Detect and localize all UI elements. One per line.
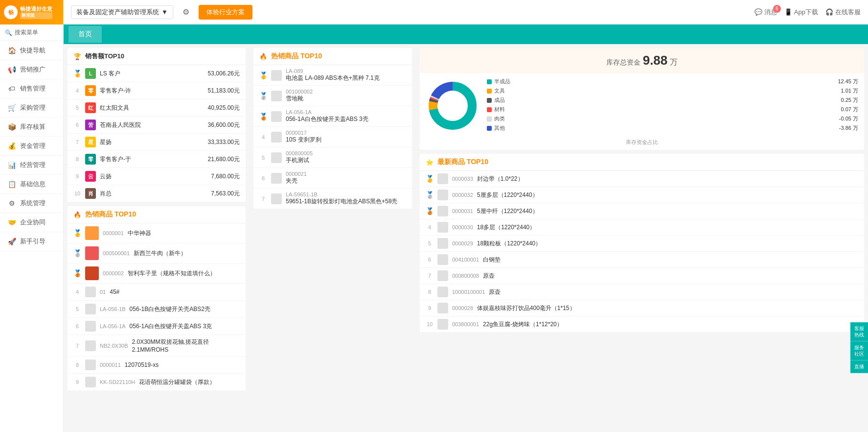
product-img-5 (85, 304, 96, 314)
online-service-button[interactable]: 🎧 在线客服 (825, 8, 861, 17)
customer-name-2: 零售客户-许 (100, 87, 204, 95)
mid-product-5: 5 000800005 手机测试 (253, 147, 412, 168)
inventory-title: 库存总资金 (606, 58, 640, 67)
sidebar-item-inventory[interactable]: 📦 库存核算 (0, 118, 63, 137)
messages-button[interactable]: 💬 消息 6 (754, 8, 777, 17)
new-product-img-4 (437, 222, 448, 233)
rank-num-6: 8 (73, 156, 81, 162)
tag-icon: 🏷 (7, 85, 16, 93)
search-icon: 🔍 (5, 29, 12, 36)
inventory-panel: 库存总资金 9.88 万 (420, 48, 864, 150)
customer-hotline-button[interactable]: 客服热线 (850, 322, 868, 341)
sidebar-item-guide[interactable]: 🚀 新手引导 (0, 232, 63, 251)
new-product-9: 9 0000028 体娱嘉枝味苏打饮品400毫升（1*15） (420, 300, 864, 316)
hot-products-middle-header: 🔥 热销商品 TOP10 (253, 48, 412, 65)
hot-products-left-title: 热销商品 TOP10 (85, 210, 136, 219)
sidebar-item-purchase[interactable]: 🛒 采购管理 (0, 98, 63, 118)
new-product-img-6 (437, 254, 448, 265)
product-code-1: 0000001 (103, 230, 124, 236)
sidebar-item-sales[interactable]: 🏷 销售管理 (0, 79, 63, 98)
donut-chart (426, 79, 480, 133)
customer-amount-8: 7,563.00元 (211, 190, 240, 198)
rank-num-4: 6 (73, 122, 81, 128)
customer-row-2: 4 零 零售客户-许 51,183.00元 (68, 82, 246, 99)
home-icon: 🏠 (7, 47, 16, 54)
mid-medal-bronze: 🥉 (259, 113, 267, 120)
new-product-img-5 (437, 238, 448, 249)
mid-medal-gold: 🥇 (259, 72, 267, 79)
service-community-button[interactable]: 服务社区 (850, 341, 868, 360)
hot-product-left-6: 6 LA-056-1A 056-1A白色按键开关盖ABS 3克 (68, 318, 246, 335)
rocket-icon: 🚀 (7, 238, 16, 245)
content-wrapper: 🏆 销售额TOP10 🥇 L LS 客户 53,006.26元 4 零 零售客户… (64, 44, 868, 432)
product-name-9: 花语萌恒温分罐罐袋（厚款） (139, 378, 240, 386)
customer-badge-3: 红 (85, 102, 96, 113)
customer-badge-8: 肖 (85, 188, 96, 199)
new-product-1: 🥇 0000033 封边带（1.0*22） (420, 171, 864, 187)
live-stream-button[interactable]: 直播 (850, 360, 868, 373)
customer-row-3: 5 红 红太阳文具 40,925.00元 (68, 99, 246, 117)
tab-home[interactable]: 首页 (69, 26, 102, 43)
legend-val-4: 0.07 万 (841, 106, 858, 113)
legend-val-3: 0.25 万 (841, 96, 858, 104)
sidebar-item-finance[interactable]: 💰 资金管理 (0, 137, 63, 156)
product-name-7: 2.0X30MM双搓花轴,搓花直径2.1MM/ROHS (132, 338, 240, 353)
nav-tabs: 首页 (64, 24, 868, 44)
system-name-label: 装备及固定资产辅助管理系统 (76, 8, 159, 17)
customer-badge-2: 零 (85, 85, 96, 96)
product-name-5: 056-1B白色按键开关壳ABS2壳 (130, 305, 240, 313)
customer-amount-4: 36,600.00元 (208, 121, 240, 129)
legend-item-2: 文具 1.01 万 (487, 87, 858, 95)
hot-product-left-2: 🥈 000500001 新西兰牛肉（新牛） (68, 243, 246, 264)
app-download-button[interactable]: 📱 App下载 (784, 8, 818, 17)
customer-badge-5: 星 (85, 137, 96, 147)
float-buttons: 客服热线 服务社区 直播 (850, 322, 868, 373)
new-product-code-2: 0000032 (452, 192, 473, 198)
mid-product-img-1 (271, 70, 282, 81)
customer-name-5: 星扬 (100, 138, 204, 146)
product-img-3 (85, 266, 99, 280)
new-product-8: 8 10000100001 原壶 (420, 284, 864, 300)
product-code-4: 01 (100, 289, 106, 295)
sidebar-item-basics[interactable]: 📋 基础信息 (0, 175, 63, 194)
customer-badge-6: 零 (85, 154, 96, 165)
logo-icon: 畅 (4, 5, 18, 19)
legend-val-6: -3.86 万 (839, 124, 858, 132)
sidebar-item-system[interactable]: ⚙ 系统管理 (0, 194, 63, 213)
customer-name-7: 云扬 (100, 172, 207, 181)
sidebar-item-quicknav[interactable]: 🏠 快捷导航 (0, 41, 63, 60)
medal-gold-icon: 🥇 (73, 70, 81, 77)
sidebar-search-item[interactable]: 🔍 搜索菜单 (0, 24, 63, 41)
mid-product-code-5: 000800005 (286, 150, 406, 156)
inventory-header: 库存总资金 9.88 万 (420, 48, 864, 73)
sidebar-item-label: 采购管理 (20, 103, 46, 112)
new-medal-2: 🥈 (426, 191, 434, 199)
new-product-code-8: 10000100001 (452, 289, 485, 295)
mid-product-code-3: LA-056-1A (286, 109, 406, 115)
trial-button[interactable]: 体验行业方案 (199, 5, 252, 20)
mid-product-name-4: 10S 变刹罗刹 (286, 136, 406, 144)
product-img-8 (85, 360, 96, 370)
sidebar-item-label: 经营管理 (20, 161, 46, 169)
sidebar-item-operations[interactable]: 📊 经营管理 (0, 156, 63, 175)
sidebar-item-collab[interactable]: 🤝 企业协同 (0, 213, 63, 232)
hot-product-left-3: 🥉 0000002 智利车子里（规格不知道填什么） (68, 264, 246, 284)
legend-item-3: 成品 0.25 万 (487, 96, 858, 104)
rank-num-8: 10 (73, 191, 81, 196)
settings-button[interactable]: ⚙ (181, 5, 191, 19)
mid-product-1: 🥇 LA-089 电池盖 LA-089 ABS本色+黑种 7.1克 (253, 65, 412, 86)
rank-num-5: 7 (73, 139, 81, 145)
sidebar-item-label: 营销推广 (20, 65, 46, 74)
new-product-code-4: 0000030 (452, 224, 473, 230)
sidebar-item-marketing[interactable]: 📢 营销推广 (0, 60, 63, 79)
rank-num-2: 4 (73, 88, 81, 94)
legend-val-2: 1.01 万 (841, 87, 858, 95)
chart-icon: 📊 (7, 161, 16, 169)
system-selector[interactable]: 装备及固定资产辅助管理系统 ▼ (71, 5, 173, 19)
mid-product-code-6: 0000021 (286, 171, 406, 177)
legend-dot-2 (487, 89, 492, 94)
customer-amount-6: 21,680.00元 (208, 155, 240, 164)
product-code-8: 0000011 (100, 362, 121, 368)
main-area: 装备及固定资产辅助管理系统 ▼ ⚙ 体验行业方案 💬 消息 6 📱 App下载 … (64, 0, 868, 432)
customer-amount-1: 53,006.26元 (208, 70, 240, 78)
